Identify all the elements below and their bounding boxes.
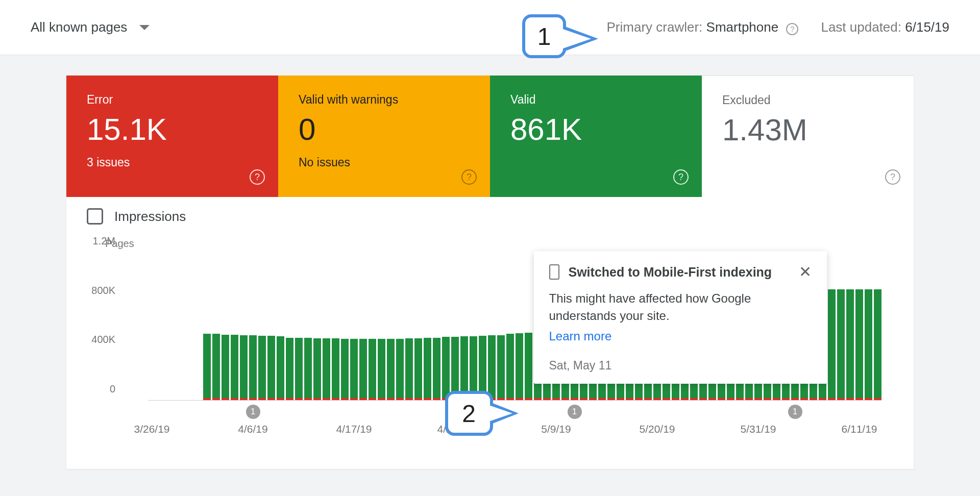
chart-bar[interactable] xyxy=(240,335,248,400)
card-warning-sub: No issues xyxy=(299,156,470,169)
chart-bar[interactable] xyxy=(304,338,312,400)
annotation-callout-1: 1 xyxy=(522,14,566,58)
card-error-value: 15.1K xyxy=(87,113,258,146)
chart-bar[interactable] xyxy=(212,334,220,400)
crawler-value: Smartphone xyxy=(706,19,779,35)
chart-bar[interactable] xyxy=(231,335,238,400)
card-warning-title: Valid with warnings xyxy=(299,93,470,107)
x-tick: 5/20/19 xyxy=(639,423,675,435)
chart-bar[interactable] xyxy=(277,336,284,400)
card-valid-value: 861K xyxy=(510,113,681,146)
help-icon[interactable]: ? xyxy=(673,169,689,185)
chart-bar[interactable] xyxy=(222,335,229,400)
chart-bar[interactable] xyxy=(846,289,854,400)
chart-bar[interactable] xyxy=(497,335,505,400)
chart-bar[interactable] xyxy=(506,334,514,400)
chart-bar[interactable] xyxy=(267,336,275,400)
page-filter-label: All known pages xyxy=(31,19,127,35)
card-excluded-title: Excluded xyxy=(722,93,893,107)
x-axis: 3/26/194/6/194/17/194/28/195/9/195/20/19… xyxy=(148,423,881,438)
chart-bar[interactable] xyxy=(424,338,431,400)
chart-bar[interactable] xyxy=(865,289,872,400)
chart-bar[interactable] xyxy=(258,336,266,400)
chart-bar[interactable] xyxy=(396,339,404,400)
x-tick: 3/26/19 xyxy=(134,423,169,435)
card-excluded[interactable]: Excluded 1.43M ? xyxy=(702,76,914,197)
chart-bar[interactable] xyxy=(414,338,422,400)
chart-bar[interactable] xyxy=(323,338,330,400)
card-excluded-value: 1.43M xyxy=(722,113,893,147)
page-filter-dropdown[interactable]: All known pages xyxy=(31,19,150,35)
y-tick: 1.2M xyxy=(93,235,115,247)
x-tick: 6/11/19 xyxy=(841,423,877,435)
tooltip-date: Sat, May 11 xyxy=(549,359,812,373)
impressions-row: Impressions xyxy=(66,197,914,228)
x-tick: 4/6/19 xyxy=(238,423,267,435)
help-icon[interactable]: ? xyxy=(885,169,900,185)
close-icon[interactable]: ✕ xyxy=(799,264,812,280)
chart-bar[interactable] xyxy=(332,338,339,400)
tooltip-title: Switched to Mobile-First indexing xyxy=(569,265,772,280)
header-bar: All known pages Primary crawler: Smartph… xyxy=(0,0,980,55)
chart-bar[interactable] xyxy=(387,339,395,400)
status-cards: Error 15.1K 3 issues ? Valid with warnin… xyxy=(66,76,914,197)
y-tick: 800K xyxy=(91,284,115,296)
chart-bar[interactable] xyxy=(837,289,845,400)
chart-container: Pages 1.2M800K400K0 111 3/26/194/6/194/1… xyxy=(66,228,914,469)
impressions-checkbox[interactable] xyxy=(87,208,103,225)
callout-2-label: 2 xyxy=(462,400,476,428)
tooltip-header-left: Switched to Mobile-First indexing xyxy=(549,264,772,280)
card-error[interactable]: Error 15.1K 3 issues ? xyxy=(66,76,278,197)
chart-bar[interactable] xyxy=(203,334,211,400)
x-tick: 4/17/19 xyxy=(336,423,372,435)
event-marker[interactable]: 1 xyxy=(568,405,582,419)
chart-bar[interactable] xyxy=(488,335,496,400)
annotation-callout-1-tail-inner xyxy=(561,29,591,49)
card-valid[interactable]: Valid 861K ? xyxy=(490,76,702,197)
chart-bar[interactable] xyxy=(433,338,440,400)
card-warning-value: 0 xyxy=(299,113,470,146)
crawler-label: Primary crawler: xyxy=(607,19,703,35)
annotation-callout-2-tail-inner xyxy=(489,405,512,421)
chart-bar[interactable] xyxy=(405,338,413,400)
annotation-callout-2: 2 xyxy=(445,391,493,436)
card-valid-title: Valid xyxy=(510,93,681,107)
chart-bar[interactable] xyxy=(525,333,532,400)
y-ticks: 1.2M800K400K0 xyxy=(66,228,115,376)
help-icon[interactable]: ? xyxy=(250,169,265,185)
chart-bar[interactable] xyxy=(855,289,863,400)
chart-bar[interactable] xyxy=(341,339,349,400)
callout-1-label: 1 xyxy=(537,22,551,51)
tooltip-header: Switched to Mobile-First indexing ✕ xyxy=(549,264,812,280)
chart-bar[interactable] xyxy=(378,339,385,400)
coverage-panel: Error 15.1K 3 issues ? Valid with warnin… xyxy=(66,76,914,469)
chart-bar[interactable] xyxy=(828,289,836,400)
tooltip-learn-more-link[interactable]: Learn more xyxy=(549,329,612,343)
card-warning[interactable]: Valid with warnings 0 No issues ? xyxy=(278,76,490,197)
chart-bar[interactable] xyxy=(369,339,376,400)
y-axis-title: Pages xyxy=(105,238,893,250)
card-error-title: Error xyxy=(87,93,258,107)
event-marker[interactable]: 1 xyxy=(246,405,260,419)
x-tick: 5/9/19 xyxy=(541,423,571,435)
chart-bar[interactable] xyxy=(359,339,367,400)
chevron-down-icon xyxy=(139,25,150,30)
updated-label: Last updated: xyxy=(821,19,901,35)
chart-bar[interactable] xyxy=(442,337,450,400)
last-updated: Last updated: 6/15/19 xyxy=(821,19,949,35)
chart-bar[interactable] xyxy=(249,335,257,400)
help-icon[interactable]: ? xyxy=(786,23,798,35)
chart-bar[interactable] xyxy=(516,333,523,400)
help-icon[interactable]: ? xyxy=(461,169,477,185)
chart-bar[interactable] xyxy=(874,289,881,400)
chart-bar[interactable] xyxy=(313,338,321,400)
chart-bar[interactable] xyxy=(350,339,358,400)
primary-crawler: Primary crawler: Smartphone ? xyxy=(607,19,799,35)
chart-bar[interactable] xyxy=(286,338,293,400)
updated-value: 6/15/19 xyxy=(905,19,949,35)
tooltip-body: This might have affected how Google unde… xyxy=(549,290,812,324)
x-tick: 5/31/19 xyxy=(740,423,776,435)
y-tick: 400K xyxy=(91,334,115,345)
event-marker[interactable]: 1 xyxy=(788,405,802,419)
chart-bar[interactable] xyxy=(295,338,303,400)
